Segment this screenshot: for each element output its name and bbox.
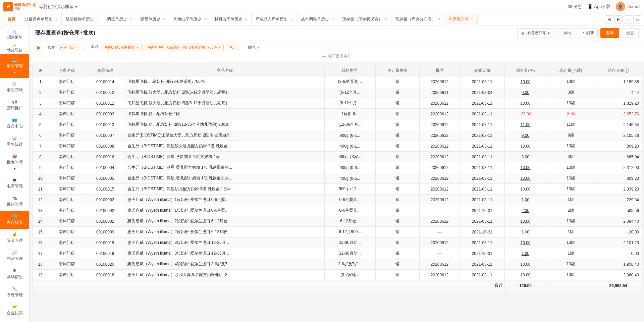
footer-total-qty: 126.00 [504, 280, 546, 291]
goods-tag-2[interactable]: 飞鹤星飞帆 儿童奶粉 4段(3-6岁适用) 700克 × [144, 44, 224, 51]
tab-diaob[interactable]: 调拨单历史 × [103, 13, 136, 25]
quick-nav-btn[interactable]: ⚡ 快捷导航 [0, 42, 29, 54]
row-amount: 2,312.00 [595, 162, 641, 173]
color-arrow-icon[interactable]: ▾ [257, 45, 259, 50]
sidebar-item-lingshoutongji[interactable]: 📊 零售统计 [0, 132, 29, 151]
close-icon[interactable]: × [55, 17, 57, 21]
tab-xiancun1[interactable]: 现存量（库存状况表） × [338, 13, 391, 25]
tab-close-btn[interactable]: × [624, 15, 632, 23]
row-no: 11 [33, 184, 48, 195]
goods-tag-extra[interactable]: 飞... [226, 44, 238, 51]
sidebar-item-kucun[interactable]: 🏬 库存核算 [0, 211, 29, 229]
row-qty-main[interactable]: 10.00 [504, 173, 546, 184]
sidebar-item-huiyuan[interactable]: 👥 会员中心 [0, 114, 29, 132]
message-btn[interactable]: ✉ 消息 [568, 4, 582, 10]
goods-tag-1[interactable]: 飞鹤奶粉3段两提装 × [101, 44, 142, 51]
sidebar-item-lingshoucheng[interactable]: 🛒 零售商城 [0, 78, 29, 96]
tab-home[interactable]: 首页 [3, 13, 20, 25]
sidebar-item-zijin[interactable]: 💰 资金管理 [0, 229, 29, 247]
close-icon[interactable]: × [385, 17, 387, 21]
tab-xiancun2[interactable]: 现存量（库存分布表） × [391, 13, 445, 25]
table-row: 19 南岸门店 00100018 惠氏启赋（Wyeth illuma）亲和人体儿… [33, 270, 641, 280]
close-icon[interactable]: × [97, 17, 99, 21]
row-qty-main[interactable]: 1.00 [504, 227, 546, 237]
expand-conditions-btn[interactable]: ▾▾ 展开更多条件 [322, 53, 352, 59]
print-btn[interactable]: 🖨 按模板打印 ▾ [517, 28, 553, 38]
tab-zuzhuang[interactable]: 组装拆卸单历史 × [62, 13, 103, 25]
warehouse-more[interactable]: ... [83, 45, 87, 50]
sidebar-item-yingxiao[interactable]: 📢 营销推广 [0, 96, 29, 114]
row-qty-main[interactable]: 2.00 [504, 205, 546, 216]
col-setting[interactable]: ⚙ [33, 65, 48, 76]
row-qty-main[interactable]: 10.00 [504, 259, 546, 270]
setting-btn[interactable]: 设置 [622, 28, 639, 38]
sidebar-item-dianshang[interactable]: 💻 电商管理 [0, 174, 29, 193]
sidebar-item-qiye[interactable]: 🤝 企业协同 [0, 301, 29, 319]
close-icon[interactable]: × [290, 17, 292, 21]
goods-more[interactable]: ... [240, 45, 244, 50]
row-qty-main[interactable]: 10.00 [504, 141, 546, 152]
row-qty-main[interactable]: 10.00 [504, 184, 546, 195]
remove-goods2-icon[interactable]: × [219, 46, 221, 49]
sidebar-item-lingshouguan[interactable]: 🏪 零售管理 ▾ [0, 54, 29, 78]
remove-goods1-icon[interactable]: × [137, 46, 139, 49]
row-qty-main[interactable]: 10.00 [504, 237, 546, 248]
query-btn[interactable]: 查询 [600, 28, 619, 38]
row-qty-main[interactable]: 11.00 [504, 119, 546, 130]
warehouse-tag[interactable]: 南岸门店 × [57, 44, 81, 51]
close-icon[interactable]: × [130, 17, 132, 21]
expand-filter-arrow[interactable]: ▶ [35, 44, 43, 51]
sidebar-item-xitong[interactable]: 🔧 系统管理 [0, 283, 29, 301]
workspace-selector[interactable]: 母婴行业演示账套 ▾ [39, 4, 77, 10]
tab-prev-btn[interactable]: ◀ [605, 15, 613, 23]
page-actions: 🖨 按模板打印 ▾ ↓ 导出 ↺ 刷新 查询 设置 [517, 28, 639, 38]
row-qty-main[interactable]: 10.00 [504, 162, 546, 173]
search-menu-btn[interactable]: 🔍 搜索菜单 [0, 28, 29, 42]
row-amount: 665.04 [595, 152, 641, 162]
close-icon[interactable]: × [204, 17, 206, 21]
close-icon[interactable]: × [471, 17, 473, 21]
row-qty-main[interactable]: 10.00 [504, 216, 546, 227]
row-warehouse: 南岸门店 [48, 98, 85, 109]
tab-chengben[interactable]: 成本调整单历史 × [297, 13, 338, 25]
tab-qita[interactable]: 其他出库单历史 × [169, 13, 210, 25]
refresh-btn[interactable]: ↺ 刷新 [578, 28, 598, 38]
row-expire: 2021-03-11 [460, 259, 504, 270]
close-icon[interactable]: × [438, 17, 440, 21]
row-qty-main[interactable]: 10.00 [504, 98, 546, 109]
row-qty-main[interactable]: 9.00 [504, 130, 546, 141]
close-icon[interactable]: × [245, 17, 247, 21]
system-label: 系统管理 [7, 292, 23, 298]
sidebar-item-jichu[interactable]: ⚙ 基础信息 [0, 265, 29, 283]
close-icon[interactable]: × [163, 17, 165, 21]
row-code: 00100009 [85, 227, 125, 237]
tab-menu-btn[interactable]: ☰ [633, 15, 641, 23]
row-spec: 900g（12-... [324, 184, 375, 195]
remove-warehouse-icon[interactable]: × [76, 46, 78, 49]
amount-info-icon[interactable]: i [625, 68, 629, 73]
sidebar-item-caigou[interactable]: 🛍 采购管理 [0, 193, 29, 211]
row-qty-main[interactable]: 1.00 [504, 248, 546, 259]
export-btn[interactable]: ↓ 导出 [556, 28, 575, 38]
app-download-btn[interactable]: 📱 App下载 [587, 4, 610, 10]
tab-fendian[interactable]: 分量盘点单历史 × [20, 13, 62, 25]
row-qty-main[interactable]: -39.00 [504, 109, 546, 119]
row-qty-main[interactable]: 0.00 [504, 87, 546, 98]
user-area[interactable]: 👤 demo2 [616, 2, 641, 11]
tab-yaohuo[interactable]: 要货单历史 × [136, 13, 169, 25]
sidebar-item-jingying[interactable]: 📈 经营管理 [0, 247, 29, 265]
row-qty-main[interactable]: 3.00 [504, 152, 546, 162]
row-warehouse: 南岸门店 [48, 173, 85, 184]
table-row: 16 南岸门店 00100019 惠氏启赋（Wyeth illuma）3段奶粉 … [33, 237, 641, 248]
tab-next-btn[interactable]: ▶ [614, 15, 623, 23]
row-qty-main[interactable]: 1.00 [504, 195, 546, 205]
row-amount: -3,652.76 [595, 109, 641, 119]
tab-chengpin[interactable]: 产成品入库单历史 × [252, 13, 297, 25]
sidebar-item-pifaguan[interactable]: 📦 批发管理 ▾ [0, 151, 29, 174]
tab-cailiao[interactable]: 材料出库单历史 × [210, 13, 252, 25]
row-qty-main[interactable]: 10.00 [504, 270, 546, 280]
close-icon[interactable]: × [332, 17, 334, 21]
sidebar-item-xinshou[interactable]: 🎓 新手引导 [0, 319, 29, 322]
row-qty-main[interactable]: 10.00 [504, 76, 546, 87]
tab-kupicizhanag[interactable]: 库存批次账 × [444, 13, 478, 25]
